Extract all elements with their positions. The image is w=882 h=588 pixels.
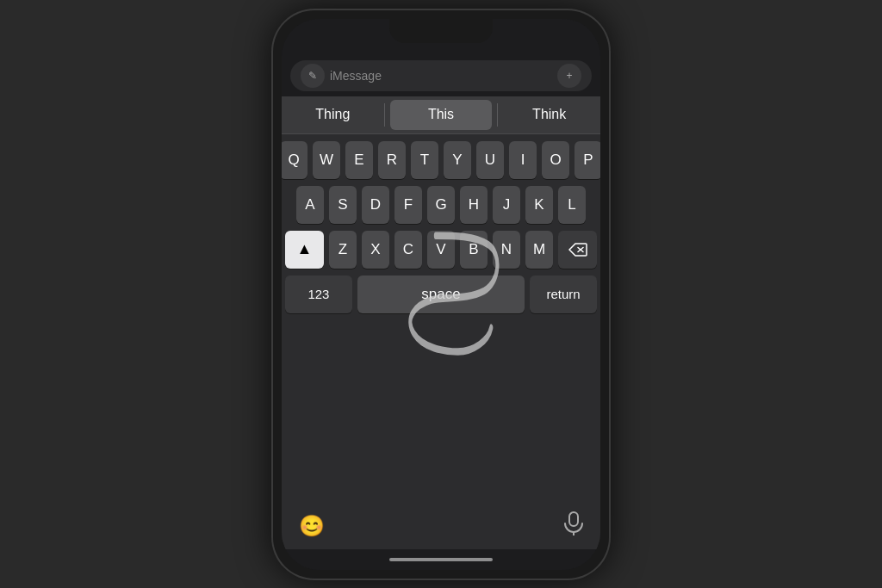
key-r[interactable]: R: [378, 141, 406, 179]
key-d[interactable]: D: [362, 186, 389, 224]
phone-frame: ✎ iMessage + Thing This Think: [273, 10, 609, 579]
key-i[interactable]: I: [509, 141, 537, 179]
key-n[interactable]: N: [493, 231, 520, 269]
key-e[interactable]: E: [345, 141, 373, 179]
notch: [389, 19, 493, 43]
key-f[interactable]: F: [394, 186, 422, 224]
keys-container: Q W E R T Y U I O P A S D F G: [282, 134, 600, 503]
status-bar: [282, 19, 600, 57]
key-numbers[interactable]: 123: [285, 275, 352, 313]
key-u[interactable]: U: [476, 141, 504, 179]
mic-icon[interactable]: [564, 511, 583, 541]
bottom-bar: 😊: [282, 503, 600, 549]
message-placeholder[interactable]: iMessage: [330, 69, 552, 83]
key-z[interactable]: Z: [329, 231, 357, 269]
message-bar[interactable]: ✎ iMessage +: [290, 60, 592, 91]
key-p[interactable]: P: [575, 141, 600, 179]
key-c[interactable]: C: [394, 231, 422, 269]
key-t[interactable]: T: [411, 141, 438, 179]
key-shift[interactable]: ▲: [285, 231, 324, 269]
key-b[interactable]: B: [460, 231, 488, 269]
key-y[interactable]: Y: [444, 141, 471, 179]
phone-screen: ✎ iMessage + Thing This Think: [282, 19, 600, 570]
key-space[interactable]: space: [357, 275, 525, 313]
svg-rect-2: [569, 512, 578, 526]
key-row-2: A S D F G H J K L: [285, 186, 597, 224]
key-j[interactable]: J: [493, 186, 520, 224]
key-o[interactable]: O: [542, 141, 569, 179]
key-w[interactable]: W: [313, 141, 340, 179]
key-a[interactable]: A: [296, 186, 324, 224]
key-x[interactable]: X: [362, 231, 389, 269]
key-v[interactable]: V: [427, 231, 455, 269]
key-return[interactable]: return: [530, 275, 597, 313]
emoji-icon[interactable]: 😊: [299, 514, 325, 538]
home-indicator: [282, 549, 600, 570]
key-delete[interactable]: [558, 231, 597, 269]
home-pill: [389, 558, 493, 561]
key-row-4: 123 space return: [285, 275, 597, 313]
message-left-icon[interactable]: ✎: [301, 64, 325, 88]
key-row-3: ▲ Z X C V B N M: [285, 231, 597, 269]
autocomplete-thing[interactable]: Thing: [282, 96, 384, 133]
key-q[interactable]: Q: [282, 141, 307, 179]
key-h[interactable]: H: [460, 186, 488, 224]
message-right-icon[interactable]: +: [557, 64, 581, 88]
autocomplete-this[interactable]: This: [390, 100, 493, 130]
autocomplete-think[interactable]: Think: [498, 96, 600, 133]
key-g[interactable]: G: [427, 186, 455, 224]
autocomplete-divider-1: [384, 103, 385, 127]
keyboard-area: Thing This Think Q W E R T: [282, 96, 600, 549]
autocomplete-bar: Thing This Think: [282, 96, 600, 134]
key-m[interactable]: M: [525, 231, 553, 269]
key-l[interactable]: L: [558, 186, 586, 224]
key-row-1: Q W E R T Y U I O P: [285, 141, 597, 179]
key-s[interactable]: S: [329, 186, 357, 224]
key-k[interactable]: K: [525, 186, 553, 224]
